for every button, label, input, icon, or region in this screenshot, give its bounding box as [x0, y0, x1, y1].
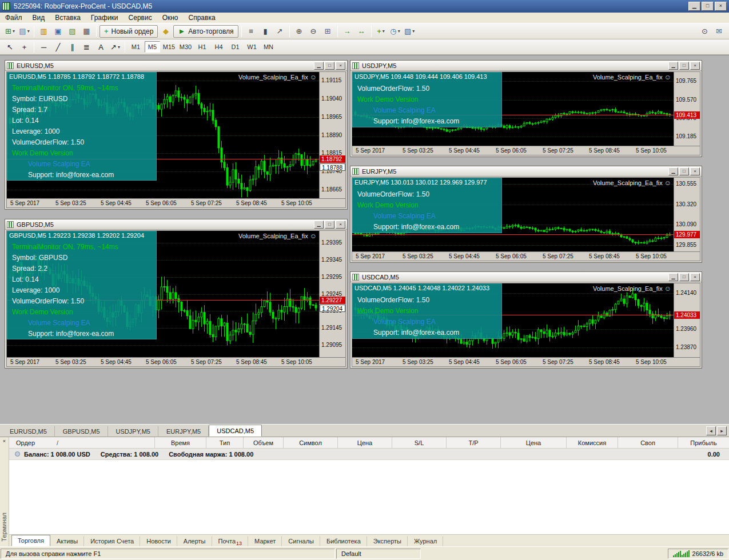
profiles-button[interactable]: ▤▾ — [18, 25, 31, 38]
timeframe-m5[interactable]: M5 — [145, 41, 160, 53]
menu-item-6[interactable]: Окно — [157, 13, 184, 23]
terminal-tab-6[interactable]: Почта13 — [212, 536, 249, 546]
timeframe-w1[interactable]: W1 — [244, 41, 260, 53]
terminal-tab-3[interactable]: История Счета — [84, 536, 140, 546]
terminal-tab-1[interactable]: Торговля — [11, 535, 50, 546]
time-scale[interactable]: 5 Sep 20175 Sep 03:255 Sep 04:455 Sep 06… — [352, 146, 700, 155]
time-scale[interactable]: 5 Sep 20175 Sep 03:255 Sep 04:455 Sep 06… — [352, 357, 700, 366]
column-header-7[interactable]: S/L — [392, 437, 447, 448]
chat-button[interactable]: ✉ — [712, 25, 726, 38]
zoom-out-button[interactable]: ⊖ — [307, 25, 320, 38]
chart-candles-button[interactable]: ▮ — [259, 25, 272, 38]
chart-plot[interactable]: TerminalMonitor ON, 59ms, ~14msSymbol: E… — [7, 72, 319, 198]
chart-restore-button[interactable]: □ — [325, 221, 334, 229]
chart-window-titlebar[interactable]: EURUSD,M5 ▁ □ × — [5, 61, 347, 71]
cursor-button[interactable]: ↖ — [3, 41, 17, 53]
chart-close-button[interactable]: × — [336, 62, 345, 70]
data-window-button[interactable]: ▣ — [51, 25, 65, 38]
timeframe-mn[interactable]: MN — [261, 41, 276, 53]
templates-button[interactable]: ▨▾ — [403, 25, 416, 38]
chart-window-titlebar[interactable]: EURJPY,M5 ▁ □ × — [350, 166, 702, 177]
timeframe-h4[interactable]: H4 — [211, 41, 226, 53]
timeframe-d1[interactable]: D1 — [228, 41, 243, 53]
menu-item-2[interactable]: Вид — [27, 13, 50, 23]
terminal-tab-2[interactable]: Активы — [50, 536, 84, 546]
terminal-tab-9[interactable]: Библиотека — [320, 536, 367, 546]
terminal-tab-4[interactable]: Новости — [140, 536, 177, 546]
column-header-11[interactable]: Своп — [618, 437, 678, 448]
column-header-12[interactable]: Прибыль — [678, 437, 729, 448]
smiley-icon[interactable]: ☺ — [310, 232, 317, 240]
price-scale[interactable]: 130.555130.320130.090129.855129.977 — [674, 178, 700, 251]
chart-window[interactable]: USDJPY,M5 ▁ □ × VolumeOrderFlow: 1.50Wor… — [350, 60, 702, 157]
restore-button[interactable]: □ — [702, 2, 714, 11]
column-header-6[interactable]: Цена — [338, 437, 392, 448]
chart-window-titlebar[interactable]: USDCAD,M5 ▁ □ × — [350, 272, 702, 282]
terminal-tab-10[interactable]: Эксперты — [367, 536, 408, 546]
navigator-button[interactable]: ▧ — [66, 25, 79, 38]
horizontal-line-button[interactable]: ─ — [37, 41, 50, 53]
smiley-icon[interactable]: ☺ — [310, 73, 317, 81]
new-chart-button[interactable]: ⊞▾ — [3, 25, 17, 38]
status-profile[interactable]: Default — [336, 549, 421, 559]
zoom-in-button[interactable]: ⊕ — [293, 25, 306, 38]
column-header-2[interactable]: Время — [155, 437, 206, 448]
chart-close-button[interactable]: × — [336, 221, 345, 229]
menu-item-1[interactable]: Файл — [0, 13, 27, 23]
tab-scroll-left-icon[interactable]: ◂ — [706, 426, 716, 435]
chart-close-button[interactable]: × — [690, 62, 700, 70]
autotrading-button[interactable]: ►Авто-торговля — [173, 25, 238, 38]
timeframe-h1[interactable]: H1 — [194, 41, 210, 53]
close-button[interactable]: × — [715, 2, 727, 11]
smiley-icon[interactable]: ☺ — [664, 73, 671, 81]
column-header-1[interactable]: Ордер/ — [9, 437, 155, 448]
tab-scroll-right-icon[interactable]: ▸ — [717, 426, 727, 435]
menu-item-3[interactable]: Вставка — [50, 13, 86, 23]
tile-windows-button[interactable]: ⊞ — [321, 25, 334, 38]
chart-line-button[interactable]: ↗ — [273, 25, 286, 38]
chart-tab-eurusd[interactable]: EURUSD,M5 — [2, 426, 55, 437]
terminal-tab-8[interactable]: Сигналы — [282, 536, 320, 546]
chart-restore-button[interactable]: □ — [679, 62, 689, 70]
chart-shift-button[interactable]: ↔ — [355, 25, 368, 38]
chart-window[interactable]: USDCAD,M5 ▁ □ × VolumeOrderFlow: 1.50Wor… — [350, 271, 702, 369]
time-scale[interactable]: 5 Sep 20175 Sep 03:255 Sep 04:455 Sep 06… — [7, 198, 345, 207]
fibonacci-button[interactable]: ≣ — [80, 41, 93, 53]
chart-plot[interactable]: TerminalMonitor ON, 79ms, ~14msSymbol: G… — [7, 231, 319, 357]
column-header-9[interactable]: Цена — [501, 437, 567, 448]
search-button[interactable]: ⊙ — [698, 25, 711, 38]
chart-tab-gbpusd[interactable]: GBPUSD,M5 — [55, 426, 108, 437]
chart-tab-usdjpy[interactable]: USDJPY,M5 — [108, 426, 158, 437]
column-header-10[interactable]: Комиссия — [567, 437, 618, 448]
chart-plot[interactable]: VolumeOrderFlow: 1.50Work Demo VersionVo… — [352, 72, 674, 146]
chart-window-titlebar[interactable]: GBPUSD,M5 ▁ □ × — [5, 219, 347, 230]
timeframe-m1[interactable]: M1 — [128, 41, 144, 53]
smiley-icon[interactable]: ☺ — [664, 285, 671, 293]
chart-window[interactable]: GBPUSD,M5 ▁ □ × TerminalMonitor ON, 79ms… — [5, 219, 348, 369]
chart-close-button[interactable]: × — [690, 167, 700, 175]
terminal-button[interactable]: ▦ — [80, 25, 93, 38]
column-header-8[interactable]: T/P — [447, 437, 501, 448]
new-order-button[interactable]: +Новый ордер — [99, 25, 158, 38]
chart-restore-button[interactable]: □ — [679, 273, 689, 281]
terminal-tab-5[interactable]: Алерты — [177, 536, 212, 546]
menu-item-4[interactable]: Графики — [86, 13, 124, 23]
periods-button[interactable]: ◷▾ — [389, 25, 402, 38]
chart-window[interactable]: EURUSD,M5 ▁ □ × TerminalMonitor ON, 59ms… — [5, 60, 348, 210]
chart-window[interactable]: EURJPY,M5 ▁ □ × VolumeOrderFlow: 1.50Wor… — [350, 166, 702, 263]
time-scale[interactable]: 5 Sep 20175 Sep 03:255 Sep 04:455 Sep 06… — [352, 251, 700, 261]
price-scale[interactable]: 1.293951.293451.292951.292451.291951.291… — [319, 231, 345, 357]
terminal-close-icon[interactable]: × — [1, 438, 8, 445]
arrow-objects-button[interactable]: ↗▾ — [109, 41, 122, 53]
menu-item-7[interactable]: Справка — [184, 13, 221, 23]
window-titlebar[interactable]: 5225094: RoboForex-ProCent - USDCAD,M5 ▁… — [0, 0, 729, 13]
chart-plot[interactable]: VolumeOrderFlow: 1.50Work Demo VersionVo… — [352, 178, 674, 251]
column-header-5[interactable]: Символ — [284, 437, 338, 448]
chart-close-button[interactable]: × — [690, 273, 700, 281]
chart-minimize-button[interactable]: ▁ — [668, 62, 678, 70]
chart-restore-button[interactable]: □ — [679, 167, 689, 175]
crosshair-button[interactable]: + — [18, 41, 31, 53]
column-header-4[interactable]: Объем — [244, 437, 284, 448]
chart-tab-usdcad[interactable]: USDCAD,M5 — [209, 425, 262, 437]
column-header-3[interactable]: Тип — [206, 437, 244, 448]
